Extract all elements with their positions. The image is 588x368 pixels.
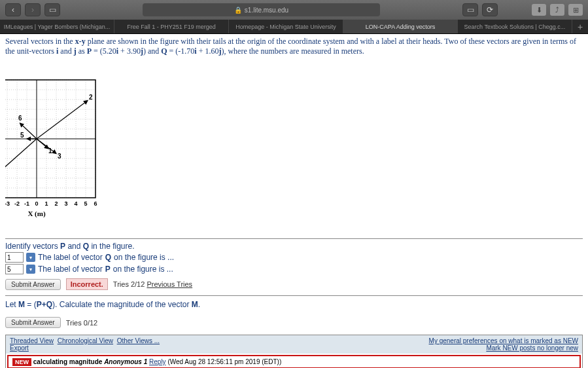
dropdown-icon[interactable]: ▾ xyxy=(26,253,35,262)
tab-chegg[interactable]: Search Textbook Solutions | Chegg.c... xyxy=(458,20,572,33)
svg-text:6: 6 xyxy=(18,115,22,122)
lock-icon: 🔒 xyxy=(234,7,242,14)
q1-title: Identify vectors P and Q in the figure. xyxy=(5,242,583,251)
url-bar[interactable]: 🔒 s1.lite.msu.edu xyxy=(143,3,380,16)
previous-tries-link[interactable]: Previous Tries xyxy=(147,280,192,288)
svg-line-29 xyxy=(37,101,88,139)
discussion-panel: Threaded View Chronological View Other V… xyxy=(5,335,583,368)
discussion-post: NEW calculating magnitude Anonymous 1 Re… xyxy=(7,355,581,368)
new-tab-button[interactable]: + xyxy=(572,20,588,33)
q2-title: Let M = (P+Q). Calculate the magnitude o… xyxy=(5,300,583,309)
prefs-new-link[interactable]: My general preferences on what is marked… xyxy=(429,337,578,344)
sidebar-button[interactable]: ▭ xyxy=(44,3,60,16)
svg-text:5: 5 xyxy=(84,200,87,207)
vector-graph: 1 2 3 4 5 6 -6 -5 -4 -3 -2 -1 xyxy=(5,60,583,232)
discussion-header: Threaded View Chronological View Other V… xyxy=(6,335,582,354)
svg-text:4: 4 xyxy=(74,200,77,207)
threaded-view-link[interactable]: Threaded View xyxy=(10,337,54,344)
svg-text:6: 6 xyxy=(94,200,97,207)
tab-freefall[interactable]: Free Fall 1 - PHY251 F19 merged xyxy=(114,20,229,33)
export-link[interactable]: Export xyxy=(10,344,29,352)
svg-text:5: 5 xyxy=(20,132,24,139)
tabs-icon[interactable]: ⊞ xyxy=(568,4,583,16)
forward-button: › xyxy=(25,3,41,16)
post-author: Anonymous 1 xyxy=(104,358,147,365)
q2-submit-button[interactable]: Submit Answer xyxy=(5,317,61,328)
post-title: calculating magnitude xyxy=(33,358,103,365)
page-content: Several vectors in the x-y plane are sho… xyxy=(0,34,588,368)
reply-link[interactable]: Reply xyxy=(149,358,166,365)
post-date: (Wed Aug 28 12:56:11 pm 2019 (EDT)) xyxy=(167,358,281,365)
new-badge: NEW xyxy=(12,358,31,366)
tab-loncapa[interactable]: LON-CAPA Adding vectors xyxy=(343,20,458,33)
back-button[interactable]: ‹ xyxy=(5,3,21,16)
download-icon[interactable]: ⬇ xyxy=(532,4,546,16)
url-text: s1.lite.msu.edu xyxy=(245,7,288,14)
svg-text:3: 3 xyxy=(58,153,61,160)
svg-text:X (m): X (m) xyxy=(27,210,46,218)
tab-homepage[interactable]: Homepage - Michigan State University xyxy=(229,20,343,33)
dropdown-icon[interactable]: ▾ xyxy=(26,265,35,274)
q2-submit-row: Submit Answer Tries 0/12 xyxy=(5,317,583,328)
share-icon[interactable]: ⤴ xyxy=(550,4,564,16)
svg-text:2: 2 xyxy=(89,94,93,101)
svg-text:2: 2 xyxy=(54,200,58,207)
question-1: Identify vectors P and Q in the figure. … xyxy=(5,238,583,290)
chrono-view-link[interactable]: Chronological View xyxy=(58,337,113,344)
q1-input-1[interactable] xyxy=(5,252,24,263)
q1-input-2[interactable] xyxy=(5,264,24,274)
other-views-link[interactable]: Other Views ... xyxy=(117,337,160,344)
svg-text:-3: -3 xyxy=(5,200,10,207)
q1-row-2: ▾ The label of vector P on the figure is… xyxy=(5,264,583,274)
svg-text:0: 0 xyxy=(35,200,38,207)
svg-text:-1: -1 xyxy=(24,200,29,207)
graph-svg: 1 2 3 4 5 6 -6 -5 -4 -3 -2 -1 xyxy=(5,60,188,230)
svg-text:3: 3 xyxy=(64,200,67,207)
reload-button[interactable]: ⟳ xyxy=(482,3,498,16)
problem-statement: Several vectors in the x-y plane are sho… xyxy=(5,37,583,56)
reader-button[interactable]: ▭ xyxy=(462,3,478,16)
mark-read-link[interactable]: Mark NEW posts no longer new xyxy=(486,344,578,352)
svg-text:1: 1 xyxy=(44,200,48,207)
incorrect-badge: Incorrect. xyxy=(66,278,108,290)
tab-imleagues[interactable]: IMLeagues | Yager Bombers (Michigan... xyxy=(0,20,114,33)
q1-row-1: ▾ The label of vector Q on the figure is… xyxy=(5,252,583,263)
question-2: Let M = (P+Q). Calculate the magnitude o… xyxy=(5,295,583,328)
svg-text:-2: -2 xyxy=(14,200,20,207)
q1-submit-button[interactable]: Submit Answer xyxy=(5,279,61,290)
q2-tries: Tries 0/12 xyxy=(66,319,98,327)
q1-submit-row: Submit Answer Incorrect. Tries 2/12 Prev… xyxy=(5,278,583,290)
tab-bar: IMLeagues | Yager Bombers (Michigan... F… xyxy=(0,20,588,34)
q1-tries: Tries 2/12 Previous Tries xyxy=(113,280,192,288)
browser-toolbar: ‹ › ▭ 🔒 s1.lite.msu.edu ▭ ⟳ ⬇ ⤴ ⊞ xyxy=(0,0,588,20)
